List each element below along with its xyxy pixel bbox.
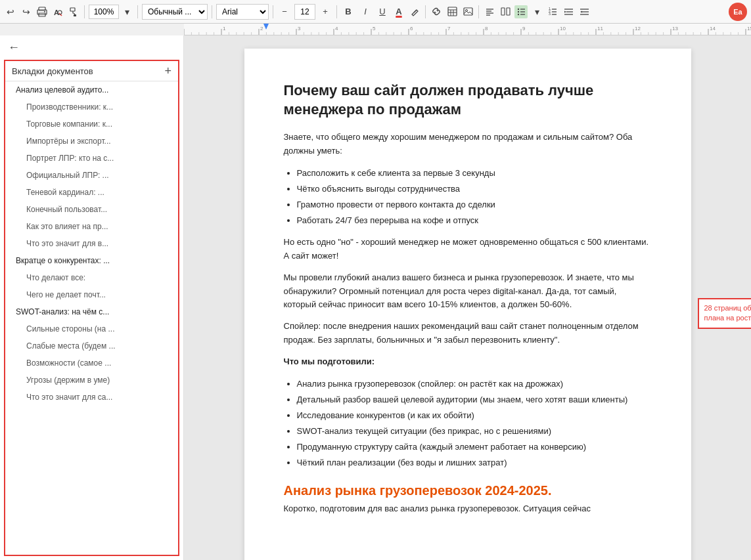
font-color-icon[interactable]: A <box>392 5 405 18</box>
font-name-dropdown[interactable]: Arial <box>216 4 269 20</box>
left-panel: ← Вкладки документов + Анализ целевой ау… <box>0 35 184 560</box>
tab-item-0[interactable]: Анализ целевой аудито... <box>5 81 178 98</box>
tabs-title: Вкладки документов <box>12 66 93 76</box>
tab-item-14[interactable]: Сильные стороны (на ... <box>5 320 178 337</box>
user-avatar[interactable]: Ea <box>729 3 747 21</box>
svg-text:9: 9 <box>522 26 526 32</box>
underline-button[interactable]: U <box>375 5 390 19</box>
list-1: Расположить к себе клиента за первые 3 с… <box>297 166 652 228</box>
outdent-icon[interactable] <box>578 5 591 18</box>
spellcheck-icon[interactable]: A <box>51 5 64 18</box>
bold-button[interactable]: B <box>341 5 355 19</box>
link-icon[interactable] <box>430 5 443 18</box>
tab-item-1[interactable]: Производственники: к... <box>5 98 178 116</box>
add-tab-button[interactable]: + <box>164 65 171 77</box>
tab-item-15[interactable]: Слабые места (будем ... <box>5 337 178 355</box>
font-size-increase-button[interactable]: + <box>318 5 332 19</box>
italic-button[interactable]: I <box>358 5 373 19</box>
toolbar: ↩ ↪ A 100% ▾ Обычный ... Arial − 12 + B … <box>0 0 751 24</box>
tab-item-11[interactable]: Что делают все: <box>5 269 178 286</box>
back-button[interactable]: ← <box>0 35 183 60</box>
tab-item-13[interactable]: SWOT-анализ: на чём с... <box>5 303 178 320</box>
svg-rect-9 <box>448 7 457 16</box>
svg-text:7: 7 <box>447 26 451 32</box>
tabs-panel: Вкладки документов + Анализ целевой ауди… <box>4 60 179 556</box>
svg-rect-7 <box>74 14 76 16</box>
insert-image-icon[interactable] <box>461 5 474 18</box>
tab-item-8[interactable]: Как это влияет на пр... <box>5 218 178 235</box>
tab-item-5[interactable]: Официальный ЛПР: ... <box>5 167 178 184</box>
tab-item-2[interactable]: Торговые компании: к... <box>5 116 178 133</box>
what-we-prepared-label: Что мы подготовили: <box>284 355 652 369</box>
section-title: Анализ рынка грузоперевозок 2024-2025. <box>284 483 652 498</box>
list-more-icon[interactable]: ▾ <box>530 5 543 18</box>
list-item: Детальный разбор вашей целевой аудитории… <box>297 393 652 407</box>
tab-item-16[interactable]: Возможности (самое ... <box>5 355 178 372</box>
document-title: Почему ваш сайт должен продавать лучше м… <box>284 81 652 119</box>
svg-text:2: 2 <box>260 26 263 32</box>
tabs-list: Анализ целевой аудито...Производственник… <box>5 81 178 555</box>
svg-text:11: 11 <box>597 26 603 32</box>
tab-item-18[interactable]: Что это значит для са... <box>5 389 178 406</box>
divider-3 <box>212 5 212 18</box>
svg-text:15: 15 <box>747 26 751 32</box>
align-icon[interactable] <box>483 5 496 18</box>
zoom-dropdown-icon[interactable]: ▾ <box>120 5 133 18</box>
svg-rect-40 <box>184 24 751 35</box>
divider-1 <box>84 5 85 18</box>
svg-text:10: 10 <box>560 26 566 32</box>
paragraph-1: Знаете, что общего между хорошим менедже… <box>284 131 652 158</box>
svg-point-22 <box>517 9 518 10</box>
ruler: // draw ruler ticks via JS below 1234567… <box>184 24 751 35</box>
tab-item-7[interactable]: Конечный пользоват... <box>5 201 178 218</box>
divider-6 <box>425 5 426 18</box>
undo-icon[interactable]: ↩ <box>4 5 17 18</box>
svg-rect-6 <box>70 8 75 11</box>
divider-2 <box>137 5 138 18</box>
numbering-icon[interactable]: 1.2.3. <box>546 5 559 18</box>
redo-icon[interactable]: ↪ <box>20 5 33 18</box>
paragraph-4: Спойлер: после внедрения наших рекоменда… <box>284 320 652 347</box>
list-item: Анализ рынка грузоперевозок (спойлер: он… <box>297 377 652 391</box>
font-size-input[interactable]: 12 <box>294 4 315 20</box>
columns-icon[interactable] <box>499 5 512 18</box>
section-subtitle: Коротко, подготовим для вас анализ рынка… <box>284 502 652 516</box>
svg-point-26 <box>517 14 518 15</box>
style-dropdown[interactable]: Обычный ... <box>142 4 208 20</box>
tab-item-6[interactable]: Теневой кардинал: ... <box>5 184 178 201</box>
highlight-icon[interactable] <box>408 5 421 18</box>
svg-text:4: 4 <box>335 26 338 32</box>
font-size-decrease-button[interactable]: − <box>277 5 292 19</box>
svg-text:3.: 3. <box>549 12 551 16</box>
svg-text:1: 1 <box>223 26 226 32</box>
divider-4 <box>273 5 273 18</box>
divider-5 <box>336 5 337 18</box>
tab-item-10[interactable]: Вкратце о конкурентах: ... <box>5 252 178 269</box>
svg-text:12: 12 <box>635 26 641 32</box>
ruler-svg: // draw ruler ticks via JS below 1234567… <box>184 24 751 35</box>
zoom-input[interactable]: 100% <box>89 5 119 19</box>
tab-item-4[interactable]: Портрет ЛПР: кто на с... <box>5 150 178 167</box>
list-item: Работать 24/7 без перерыва на кофе и отп… <box>297 213 652 228</box>
paragraph-3: Мы провели глубокий анализ вашего бизнес… <box>284 271 652 312</box>
comment-box: 28 страниц объем плана на рост <box>698 298 752 329</box>
svg-text:6: 6 <box>410 26 413 32</box>
bullets-icon[interactable] <box>514 5 528 18</box>
list-item: Грамотно провести от первого контакта до… <box>297 198 652 212</box>
tab-item-12[interactable]: Чего не делает почт... <box>5 286 178 303</box>
svg-rect-20 <box>501 8 505 15</box>
print-icon[interactable] <box>35 5 49 18</box>
list-2: Анализ рынка грузоперевозок (спойлер: он… <box>297 377 652 471</box>
tab-item-17[interactable]: Угрозы (держим в уме) <box>5 372 178 389</box>
insert-table-icon[interactable] <box>445 5 459 18</box>
svg-line-8 <box>414 10 417 12</box>
divider-7 <box>478 5 479 18</box>
svg-text:5: 5 <box>373 26 376 32</box>
document-area[interactable]: 28 страниц объем плана на рост Почему ва… <box>184 35 751 560</box>
indent-icon[interactable] <box>562 5 575 18</box>
comment-text: 28 страниц объем плана на рост <box>704 304 752 322</box>
tab-item-3[interactable]: Импортёры и экспорт... <box>5 133 178 150</box>
tab-item-9[interactable]: Что это значит для в... <box>5 235 178 252</box>
zoom-control[interactable]: 100% ▾ <box>89 5 133 19</box>
format-paint-icon[interactable] <box>67 5 80 18</box>
